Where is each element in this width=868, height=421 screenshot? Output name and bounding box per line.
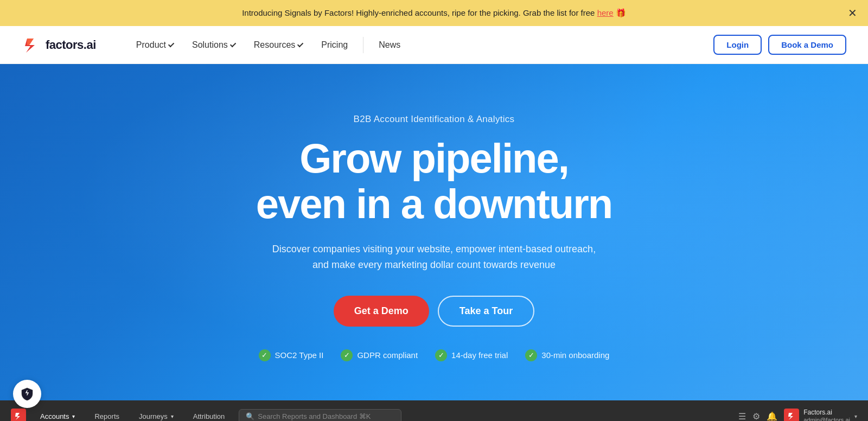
- nav-right: Login Book a Demo: [713, 35, 846, 55]
- settings-icon[interactable]: ⚙: [752, 411, 760, 422]
- book-demo-button[interactable]: Book a Demo: [768, 35, 846, 55]
- app-user-name: Factors.ai: [803, 409, 850, 416]
- onboarding-check-icon: ✓: [525, 349, 537, 361]
- badge-gdpr: ✓ GDPR compliant: [341, 349, 418, 361]
- app-user-area[interactable]: Factors.ai admin@factors.ai ▾: [784, 409, 857, 421]
- navbar: factors.ai Product Solutions Resources P…: [0, 26, 868, 64]
- app-preview-logo: [11, 409, 26, 421]
- app-user-email: admin@factors.ai: [803, 417, 850, 421]
- take-tour-button[interactable]: Take a Tour: [438, 296, 534, 327]
- badge-trial: ✓ 14-day free trial: [435, 349, 508, 361]
- nav-item-news[interactable]: News: [371, 36, 408, 54]
- search-icon: 🔍: [246, 412, 254, 420]
- resources-chevron-icon: [297, 41, 303, 47]
- announcement-bar: Introducing Signals by Factors! Highly-e…: [0, 0, 868, 26]
- app-user-info: Factors.ai admin@factors.ai: [803, 409, 850, 421]
- logo-text: factors.ai: [46, 38, 96, 52]
- nav-links: Product Solutions Resources Pricing News: [129, 36, 713, 54]
- user-dropdown-icon: ▾: [854, 413, 857, 419]
- nav-item-product[interactable]: Product: [129, 36, 182, 54]
- app-nav-reports[interactable]: Reports: [89, 410, 125, 422]
- app-preview-bar: Accounts ▾ Reports Journeys ▾ Attributio…: [0, 400, 868, 421]
- product-chevron-icon: [168, 41, 174, 47]
- nav-item-resources[interactable]: Resources: [246, 36, 311, 54]
- gdpr-check-icon: ✓: [341, 349, 353, 361]
- badge-onboarding: ✓ 30-min onboarding: [525, 349, 609, 361]
- hero-title: Grow pipeline, even in a downturn: [256, 136, 612, 226]
- announcement-text: Introducing Signals by Factors! Highly-e…: [242, 8, 626, 18]
- badge-soc2: ✓ SOC2 Type II: [259, 349, 324, 361]
- logo[interactable]: factors.ai: [22, 35, 96, 55]
- trial-check-icon: ✓: [435, 349, 447, 361]
- close-announcement-button[interactable]: ✕: [848, 8, 857, 18]
- menu-icon[interactable]: ☰: [738, 411, 746, 422]
- nav-divider: [363, 37, 363, 53]
- soc2-check-icon: ✓: [259, 349, 271, 361]
- app-search-bar[interactable]: 🔍 Search Reports and Dashboard ⌘K: [239, 409, 401, 422]
- app-user-avatar: [784, 409, 799, 421]
- login-button[interactable]: Login: [713, 35, 762, 55]
- announcement-link[interactable]: here: [597, 8, 614, 17]
- hero-content: B2B Account Identification & Analytics G…: [256, 114, 612, 361]
- get-demo-button[interactable]: Get a Demo: [334, 296, 429, 327]
- hero-subtitle: B2B Account Identification & Analytics: [256, 114, 612, 125]
- factors-logo-icon: [22, 35, 41, 55]
- app-right-controls: ☰ ⚙ 🔔 Factors.ai admin@factors.ai ▾: [738, 409, 857, 421]
- app-nav-accounts[interactable]: Accounts ▾: [35, 410, 80, 422]
- nav-item-solutions[interactable]: Solutions: [184, 36, 244, 54]
- hero-section: B2B Account Identification & Analytics G…: [0, 64, 868, 400]
- hero-description: Discover companies visiting your website…: [260, 241, 608, 273]
- shield-widget[interactable]: [13, 380, 41, 408]
- app-nav-journeys[interactable]: Journeys ▾: [133, 410, 179, 422]
- nav-item-pricing[interactable]: Pricing: [314, 36, 355, 54]
- hero-buttons: Get a Demo Take a Tour: [256, 296, 612, 327]
- solutions-chevron-icon: [230, 41, 236, 47]
- app-nav-attribution[interactable]: Attribution: [188, 410, 231, 422]
- trust-badges: ✓ SOC2 Type II ✓ GDPR compliant ✓ 14-day…: [256, 349, 612, 361]
- notifications-icon[interactable]: 🔔: [767, 411, 777, 422]
